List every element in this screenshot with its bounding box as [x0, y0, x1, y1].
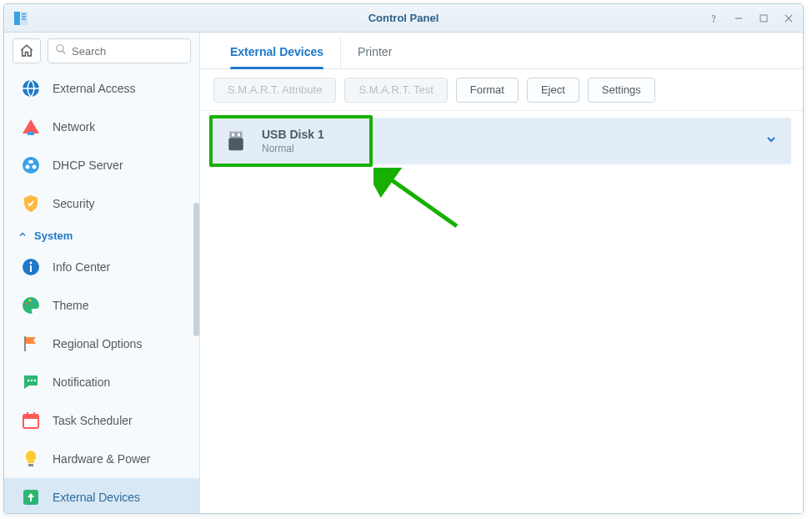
sidebar-item-label: Notification — [53, 375, 110, 389]
sidebar-item-external-access[interactable]: External Access — [4, 69, 199, 108]
globe-icon — [21, 78, 41, 98]
tab-external-devices[interactable]: External Devices — [213, 37, 340, 68]
sidebar-item-security[interactable]: Security — [4, 184, 199, 223]
svg-rect-33 — [28, 464, 33, 466]
svg-rect-35 — [230, 132, 243, 139]
search-input[interactable] — [72, 45, 183, 58]
window-title: Control Panel — [4, 12, 803, 24]
app-icon — [13, 10, 29, 27]
toolbar: S.M.A.R.T. Attribute S.M.A.R.T. Test For… — [200, 69, 803, 111]
svg-line-11 — [63, 51, 66, 54]
svg-rect-30 — [23, 415, 38, 419]
svg-point-16 — [26, 165, 30, 169]
upload-icon — [21, 487, 41, 507]
svg-rect-3 — [22, 16, 26, 18]
eject-button[interactable]: Eject — [527, 78, 579, 103]
sidebar-item-info-center[interactable]: Info Center — [4, 248, 199, 286]
svg-point-10 — [57, 45, 63, 52]
chevron-down-icon — [764, 133, 778, 149]
shield-icon — [21, 194, 41, 214]
svg-rect-20 — [30, 265, 32, 272]
home-button[interactable] — [13, 38, 41, 63]
svg-marker-13 — [23, 119, 39, 134]
search-box[interactable] — [48, 38, 191, 63]
svg-point-21 — [30, 262, 33, 265]
sidebar-item-notification[interactable]: Notification — [4, 363, 199, 401]
svg-point-23 — [29, 300, 32, 302]
svg-rect-4 — [22, 18, 26, 20]
sidebar-item-label: Theme — [53, 299, 89, 312]
search-icon — [55, 43, 67, 58]
device-row-usb-disk-1[interactable]: USB Disk 1 Normal — [212, 118, 791, 164]
svg-point-15 — [23, 157, 39, 174]
calendar-icon — [21, 411, 41, 431]
svg-point-27 — [31, 380, 33, 382]
svg-rect-14 — [28, 132, 34, 135]
svg-rect-31 — [27, 412, 28, 416]
titlebar: Control Panel — [4, 4, 803, 33]
sidebar-item-task-scheduler[interactable]: Task Scheduler — [4, 401, 199, 440]
bulb-icon — [21, 449, 41, 469]
sidebar-item-label: Security — [53, 197, 95, 210]
dhcp-icon — [21, 155, 41, 175]
sidebar-scrollbar[interactable] — [193, 203, 199, 336]
format-button[interactable]: Format — [456, 78, 519, 103]
annotation-arrow — [373, 168, 474, 234]
chevron-up-icon — [18, 229, 28, 242]
device-status: Normal — [262, 143, 753, 154]
device-name: USB Disk 1 — [262, 128, 753, 141]
sidebar-item-label: Info Center — [53, 260, 110, 274]
svg-line-39 — [386, 176, 457, 226]
flags-icon — [21, 334, 41, 354]
svg-point-17 — [33, 165, 37, 169]
svg-rect-38 — [228, 138, 243, 150]
svg-point-24 — [33, 301, 36, 304]
svg-rect-25 — [24, 336, 26, 351]
sidebar-item-label: External Access — [53, 82, 136, 95]
sidebar-item-dhcp-server[interactable]: DHCP Server — [4, 146, 199, 184]
sidebar-item-theme[interactable]: Theme — [4, 286, 199, 325]
sidebar-item-label: Regional Options — [53, 337, 142, 350]
svg-point-5 — [714, 21, 714, 22]
smart-attribute-button[interactable]: S.M.A.R.T. Attribute — [213, 78, 336, 103]
tab-label: Printer — [358, 45, 392, 58]
svg-rect-18 — [28, 160, 33, 164]
svg-rect-32 — [33, 412, 35, 416]
sidebar: External Access Network DHCP Server — [4, 33, 200, 513]
svg-point-28 — [34, 380, 37, 382]
close-button[interactable] — [779, 9, 798, 28]
usb-disk-icon — [222, 127, 250, 155]
svg-rect-7 — [760, 15, 767, 22]
svg-rect-2 — [22, 13, 26, 15]
sidebar-section-system[interactable]: System — [4, 223, 199, 248]
sidebar-section-label: System — [34, 229, 73, 242]
settings-button[interactable]: Settings — [588, 78, 655, 103]
sidebar-item-regional-options[interactable]: Regional Options — [4, 325, 199, 363]
sidebar-item-external-devices[interactable]: External Devices — [4, 478, 199, 513]
sidebar-item-label: Network — [53, 120, 95, 134]
tabs: External Devices Printer — [200, 33, 803, 69]
palette-icon — [21, 295, 41, 315]
sidebar-item-hardware-power[interactable]: Hardware & Power — [4, 440, 199, 478]
svg-rect-36 — [232, 134, 234, 137]
sidebar-item-network[interactable]: Network — [4, 108, 199, 146]
svg-point-26 — [28, 380, 30, 382]
maximize-button[interactable] — [754, 9, 773, 28]
tab-label: External Devices — [230, 45, 323, 58]
svg-rect-37 — [238, 134, 240, 137]
tab-printer[interactable]: Printer — [340, 37, 409, 68]
smart-test-button[interactable]: S.M.A.R.T. Test — [344, 78, 447, 103]
help-button[interactable] — [704, 9, 723, 28]
svg-rect-0 — [14, 12, 20, 25]
network-icon — [21, 117, 41, 137]
minimize-button[interactable] — [729, 9, 748, 28]
sidebar-item-label: Hardware & Power — [53, 452, 151, 466]
sidebar-item-label: DHCP Server — [53, 159, 123, 172]
chat-icon — [21, 372, 41, 392]
info-icon — [21, 257, 41, 277]
svg-point-22 — [26, 303, 28, 305]
sidebar-item-label: Task Scheduler — [53, 414, 133, 427]
sidebar-item-label: External Devices — [53, 491, 140, 504]
